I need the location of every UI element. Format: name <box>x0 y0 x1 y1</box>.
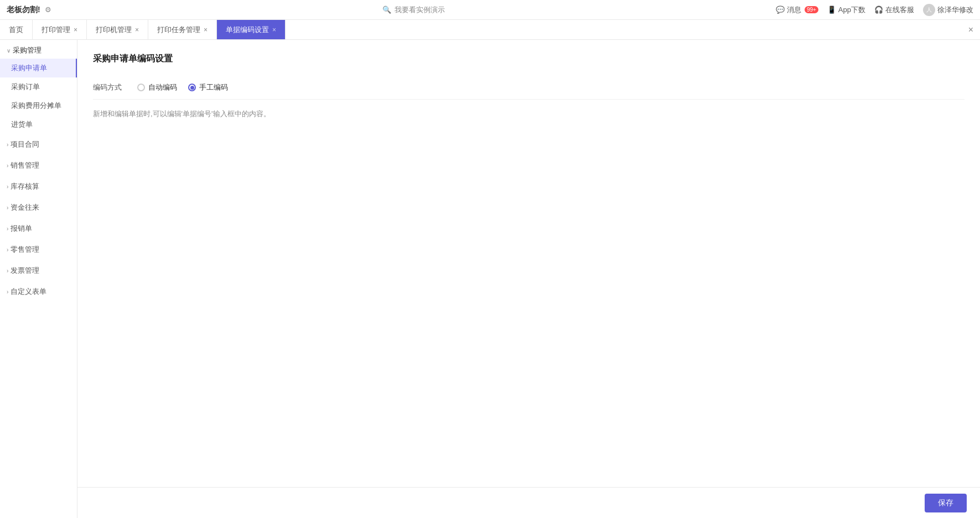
sidebar-item-sales-management[interactable]: › 销售管理 <box>0 155 77 176</box>
radio-auto-circle[interactable] <box>137 84 145 91</box>
sidebar-item-purchase-expense[interactable]: 采购费用分摊单 <box>0 96 77 115</box>
sidebar-item-inventory[interactable]: › 库存核算 <box>0 176 77 197</box>
chevron-right-icon-funds: › <box>7 205 8 211</box>
tab-print-management-close[interactable]: × <box>74 26 77 34</box>
sidebar-item-project-contract[interactable]: › 项目合同 <box>0 134 77 155</box>
sidebar-item-invoice[interactable]: › 发票管理 <box>0 260 77 281</box>
logo-text: 老板勿割! <box>7 5 40 15</box>
tab-printer-management[interactable]: 打印机管理 × <box>87 20 148 39</box>
content-area: 采购申请单编码设置 编码方式 自动编码 手工编码 新增和编辑单据时,可以编辑'单… <box>77 40 980 518</box>
message-label: 消息 <box>787 5 801 15</box>
search-icon: 🔍 <box>382 6 391 14</box>
tab-bar: 首页 打印管理 × 打印机管理 × 打印任务管理 × 单据编码设置 × × <box>0 20 980 40</box>
radio-manual-coding[interactable]: 手工编码 <box>188 82 228 92</box>
sidebar-item-inventory-label: 库存核算 <box>11 182 39 191</box>
sidebar-group-purchase-title[interactable]: ∨ 采购管理 <box>0 40 77 59</box>
tab-printer-management-close[interactable]: × <box>135 26 139 34</box>
tab-voucher-code-settings-close[interactable]: × <box>272 26 276 34</box>
tab-print-management-label: 打印管理 <box>42 25 70 35</box>
tab-print-management[interactable]: 打印管理 × <box>33 20 87 39</box>
service-label: 在线客服 <box>885 5 914 15</box>
radio-auto-coding[interactable]: 自动编码 <box>137 82 177 92</box>
top-bar: 老板勿割! ⚙ 🔍 我要看实例演示 💬 消息 99+ 📱 App下数 🎧 在线客… <box>0 0 980 20</box>
sidebar-item-funds[interactable]: › 资金往来 <box>0 197 77 218</box>
sidebar-item-expense-report[interactable]: › 报销单 <box>0 218 77 239</box>
sidebar-item-invoice-label: 发票管理 <box>11 266 39 276</box>
chevron-right-icon-inventory: › <box>7 184 8 190</box>
sidebar-item-custom-form[interactable]: › 自定义表单 <box>0 281 77 302</box>
online-service-action[interactable]: 🎧 在线客服 <box>874 5 914 15</box>
radio-auto-label: 自动编码 <box>148 82 177 92</box>
sidebar-group-purchase: ∨ 采购管理 采购申请单 采购订单 采购费用分摊单 进货单 <box>0 40 77 134</box>
avatar: 人 <box>923 4 935 16</box>
user-info[interactable]: 人 徐泽华修改 <box>923 4 973 16</box>
sidebar: ∨ 采购管理 采购申请单 采购订单 采购费用分摊单 进货单 › 项目合同 › 销… <box>0 40 77 518</box>
tab-bar-close-all[interactable]: × <box>962 20 980 39</box>
content-body: 采购申请单编码设置 编码方式 自动编码 手工编码 新增和编辑单据时,可以编辑'单… <box>77 40 980 487</box>
tab-print-task-management-close[interactable]: × <box>204 26 208 34</box>
chevron-right-icon-invoice: › <box>7 268 8 274</box>
chevron-down-icon: ∨ <box>7 48 11 54</box>
message-action[interactable]: 💬 消息 99+ <box>776 5 818 15</box>
tab-print-task-management[interactable]: 打印任务管理 × <box>148 20 217 39</box>
chevron-right-icon-retail: › <box>7 247 8 253</box>
sidebar-item-stock-in-label: 进货单 <box>11 120 33 128</box>
prompt-text: 我要看实例演示 <box>395 5 445 15</box>
message-badge: 99+ <box>805 6 818 13</box>
chevron-right-icon-custom: › <box>7 289 8 295</box>
page-title: 采购申请单编码设置 <box>93 53 965 65</box>
sidebar-item-funds-label: 资金往来 <box>11 203 39 213</box>
settings-icon[interactable]: ⚙ <box>45 6 51 14</box>
app-icon: 📱 <box>827 6 836 14</box>
sidebar-item-project-contract-label: 项目合同 <box>11 139 39 149</box>
sidebar-item-purchase-order-label: 采购订单 <box>11 82 40 91</box>
tab-print-task-management-label: 打印任务管理 <box>157 25 200 35</box>
app-label: App下数 <box>838 5 865 15</box>
save-button[interactable]: 保存 <box>925 494 967 512</box>
sidebar-item-custom-form-label: 自定义表单 <box>11 287 46 297</box>
message-icon: 💬 <box>776 6 785 14</box>
chevron-right-icon-sales: › <box>7 163 8 169</box>
sidebar-item-stock-in[interactable]: 进货单 <box>0 115 77 134</box>
radio-group-coding: 自动编码 手工编码 <box>137 82 228 92</box>
tab-printer-management-label: 打印机管理 <box>96 25 132 35</box>
chevron-right-icon-expense: › <box>7 226 8 232</box>
tab-voucher-code-settings[interactable]: 单据编码设置 × <box>217 20 286 39</box>
tab-home-label: 首页 <box>9 25 23 35</box>
sidebar-item-purchase-request[interactable]: 采购申请单 <box>0 59 77 77</box>
sidebar-item-purchase-order[interactable]: 采购订单 <box>0 77 77 96</box>
content-footer: 保存 <box>77 487 980 518</box>
top-bar-center[interactable]: 🔍 我要看实例演示 <box>382 5 445 15</box>
service-icon: 🎧 <box>874 6 883 14</box>
sidebar-item-retail[interactable]: › 零售管理 <box>0 239 77 260</box>
form-label-coding: 编码方式 <box>93 82 126 92</box>
sidebar-group-purchase-label: 采购管理 <box>13 45 42 55</box>
app-download-action[interactable]: 📱 App下数 <box>827 5 865 15</box>
sidebar-item-expense-report-label: 报销单 <box>11 224 32 234</box>
user-name: 徐泽华修改 <box>937 5 973 15</box>
tab-home[interactable]: 首页 <box>0 20 33 39</box>
main-layout: ∨ 采购管理 采购申请单 采购订单 采购费用分摊单 进货单 › 项目合同 › 销… <box>0 40 980 518</box>
radio-manual-label: 手工编码 <box>199 82 228 92</box>
chevron-right-icon-project: › <box>7 142 8 148</box>
top-bar-left: 老板勿割! ⚙ <box>7 5 51 15</box>
radio-manual-circle[interactable] <box>188 84 196 91</box>
description-text: 新增和编辑单据时,可以编辑'单据编号'输入框中的内容。 <box>93 108 965 120</box>
coding-method-row: 编码方式 自动编码 手工编码 <box>93 76 965 100</box>
tab-voucher-code-settings-label: 单据编码设置 <box>226 25 269 35</box>
sidebar-item-sales-management-label: 销售管理 <box>11 160 39 170</box>
sidebar-item-purchase-request-label: 采购申请单 <box>11 64 47 72</box>
top-bar-right: 💬 消息 99+ 📱 App下数 🎧 在线客服 人 徐泽华修改 <box>776 4 973 16</box>
sidebar-item-retail-label: 零售管理 <box>11 245 39 255</box>
sidebar-item-purchase-expense-label: 采购费用分摊单 <box>11 101 61 110</box>
